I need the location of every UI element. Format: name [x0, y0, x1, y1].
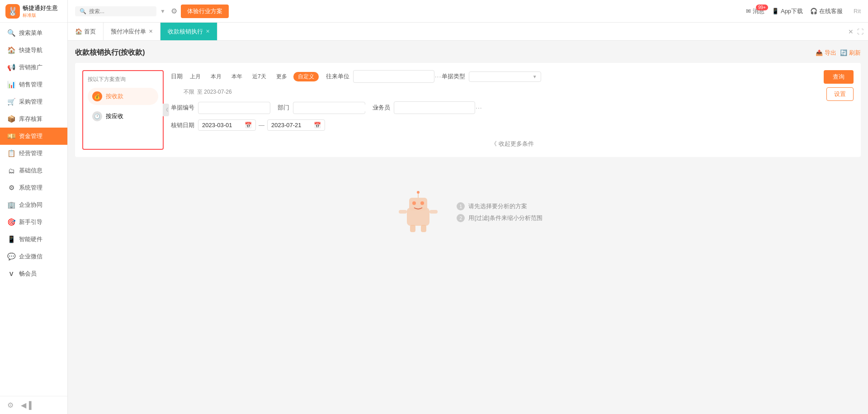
search-input[interactable]	[89, 8, 143, 14]
calendar-end-icon[interactable]: 📅	[314, 122, 321, 128]
sidebar: 🐰 畅捷通好生意 标准版 🔍 搜索菜单 🏠 快捷导航 📢 营销推广 📊 销售管理…	[0, 0, 68, 414]
filter-bill-type-field: 单据类型 ▼	[442, 71, 541, 82]
filter-bill-no-field: 单据编号	[171, 102, 270, 114]
expand-tab-icon[interactable]: ⛶	[857, 28, 863, 35]
svg-rect-7	[421, 225, 426, 232]
sidebar-item-wechat[interactable]: 💬 企业微信	[0, 248, 67, 265]
settings-bottom-icon[interactable]: ⚙	[7, 401, 14, 409]
date-range-divider: —	[259, 122, 264, 128]
verify-date-end-wrap[interactable]: 2023-07-21 📅	[267, 119, 325, 131]
staff-input[interactable]: ···	[394, 101, 475, 114]
topbar-search-box[interactable]: 🔍	[75, 6, 156, 16]
date-btn-more[interactable]: 更多	[273, 72, 291, 81]
filter-options-panel: 按以下方案查询 💰 按收款 🕐 按应收 《	[82, 70, 164, 150]
sidebar-item-basic-info[interactable]: 🗂 基础信息	[0, 162, 67, 179]
filter-panel: 按以下方案查询 💰 按收款 🕐 按应收 《	[75, 63, 861, 157]
verify-date-end-input[interactable]: 2023-07-21	[271, 122, 312, 128]
filter-option-by-collection[interactable]: 💰 按收款	[88, 88, 158, 105]
dept-select[interactable]: ▼	[293, 102, 365, 114]
dropdown-arrow-icon[interactable]: ▼	[160, 8, 165, 14]
tabbar: 🏠 首页 预付冲应付单 ✕ 收款核销执行 ✕ ✕ ⛶	[68, 23, 868, 41]
page-actions: 📤 导出 🔄 刷新	[816, 49, 861, 57]
date-btn-this-month[interactable]: 本月	[207, 72, 225, 81]
sidebar-item-member[interactable]: V 畅会员	[0, 265, 67, 282]
settings-btn[interactable]: 设置	[826, 87, 854, 101]
headset-icon: 🎧	[810, 8, 817, 14]
search-icon: 🔍	[80, 8, 86, 14]
filter-fields: 日期 上月 本月 本年 近7天 更多 自定义	[171, 70, 854, 150]
counterpart-text-input[interactable]	[357, 73, 433, 80]
settings-gear-icon[interactable]: ⚙	[171, 7, 177, 15]
topbar-right: ✉ 消息 99+ 📱 App下载 🎧 在线客服 Rit	[746, 7, 861, 15]
sidebar-item-sales[interactable]: 📊 销售管理	[0, 76, 67, 93]
tab-close-prepay[interactable]: ✕	[149, 29, 153, 34]
sidebar-item-purchase[interactable]: 🛒 采购管理	[0, 93, 67, 110]
date-btn-7days[interactable]: 近7天	[249, 72, 270, 81]
filter-option-by-receivable[interactable]: 🕐 按应收	[88, 108, 158, 125]
bill-type-arrow-icon: ▼	[533, 74, 537, 79]
empty-tip-2: 2 用[过滤]条件来缩小分析范围	[457, 214, 542, 222]
sidebar-item-hardware[interactable]: 📱 智能硬件	[0, 231, 67, 248]
counterpart-input[interactable]: ···	[353, 70, 434, 83]
collapse-sidebar-icon[interactable]: ◀▐	[21, 401, 31, 409]
dept-input[interactable]	[297, 105, 373, 111]
verify-date-start-input[interactable]: 2023-03-01	[202, 122, 243, 128]
filter-action-btns: 查询 设置	[824, 70, 854, 101]
bill-type-select[interactable]: ▼	[469, 71, 541, 82]
sidebar-item-search[interactable]: 🔍 搜索菜单	[0, 24, 67, 42]
bill-no-input[interactable]	[198, 102, 270, 114]
message-btn[interactable]: ✉ 消息 99+	[746, 7, 764, 15]
home-tab-icon: 🏠	[75, 28, 82, 35]
refresh-icon: 🔄	[840, 49, 847, 56]
date-btn-last-month[interactable]: 上月	[186, 72, 204, 81]
sidebar-item-system[interactable]: ⚙ 系统管理	[0, 179, 67, 196]
svg-point-2	[412, 201, 416, 205]
finance-icon: 💴	[7, 132, 15, 140]
industry-btn[interactable]: 体验行业方案	[181, 5, 229, 18]
close-tab-icon[interactable]: ✕	[848, 28, 854, 35]
date-btn-custom[interactable]: 自定义	[293, 72, 319, 81]
tab-collection[interactable]: 收款核销执行 ✕	[160, 23, 217, 40]
tabbar-actions: ✕ ⛶	[844, 23, 868, 40]
sidebar-item-guide[interactable]: 🎯 新手引导	[0, 214, 67, 231]
export-btn[interactable]: 📤 导出	[816, 49, 836, 57]
sidebar-item-inventory[interactable]: 📦 库存核算	[0, 110, 67, 128]
basic-info-icon: 🗂	[7, 167, 15, 175]
empty-state: 1 请先选择要分析的方案 2 用[过滤]条件来缩小分析范围	[75, 162, 861, 262]
filter-counterpart-field: 往来单位 ···	[326, 70, 434, 83]
query-btn[interactable]: 查询	[824, 70, 854, 84]
svg-point-9	[417, 191, 420, 194]
sidebar-item-quick-nav[interactable]: 🏠 快捷导航	[0, 42, 67, 59]
sidebar-item-business[interactable]: 📋 经营管理	[0, 145, 67, 162]
app-download-btn[interactable]: 📱 App下载	[772, 7, 803, 15]
collapse-more-btn[interactable]: 《 收起更多条件	[491, 140, 534, 148]
system-icon: ⚙	[7, 184, 15, 192]
wechat-icon: 💬	[7, 252, 15, 261]
svg-point-3	[420, 201, 424, 205]
svg-rect-6	[410, 225, 415, 232]
empty-tip-1: 1 请先选择要分析的方案	[457, 202, 542, 210]
staff-text-input[interactable]	[398, 105, 474, 111]
online-service-btn[interactable]: 🎧 在线客服	[810, 7, 843, 15]
sidebar-item-finance[interactable]: 💴 资金管理	[0, 128, 67, 145]
date-btn-this-year[interactable]: 本年	[228, 72, 246, 81]
marketing-icon: 📢	[7, 63, 15, 71]
page-title: 收款核销执行(按收款)	[75, 48, 145, 57]
date-no-limit-label: 不限	[184, 88, 194, 96]
tab-home[interactable]: 🏠 首页	[68, 23, 104, 40]
collapse-panel-arrow[interactable]: 《	[163, 104, 169, 116]
tip-num-2: 2	[457, 214, 465, 222]
calendar-start-icon[interactable]: 📅	[245, 122, 252, 128]
collapse-more-icon: 《	[491, 140, 497, 148]
refresh-btn[interactable]: 🔄 刷新	[840, 49, 861, 57]
sidebar-item-enterprise[interactable]: 🏢 企业协同	[0, 196, 67, 214]
verify-date-start-wrap[interactable]: 2023-03-01 📅	[198, 119, 256, 131]
tab-prepay[interactable]: 预付冲应付单 ✕	[104, 23, 160, 40]
search-icon: 🔍	[7, 29, 15, 37]
sidebar-item-marketing[interactable]: 📢 营销推广	[0, 59, 67, 76]
tab-close-collection[interactable]: ✕	[206, 29, 210, 34]
enterprise-icon: 🏢	[7, 201, 15, 209]
guide-icon: 🎯	[7, 218, 15, 226]
home-icon: 🏠	[7, 46, 15, 54]
phone-icon: 📱	[772, 8, 779, 14]
